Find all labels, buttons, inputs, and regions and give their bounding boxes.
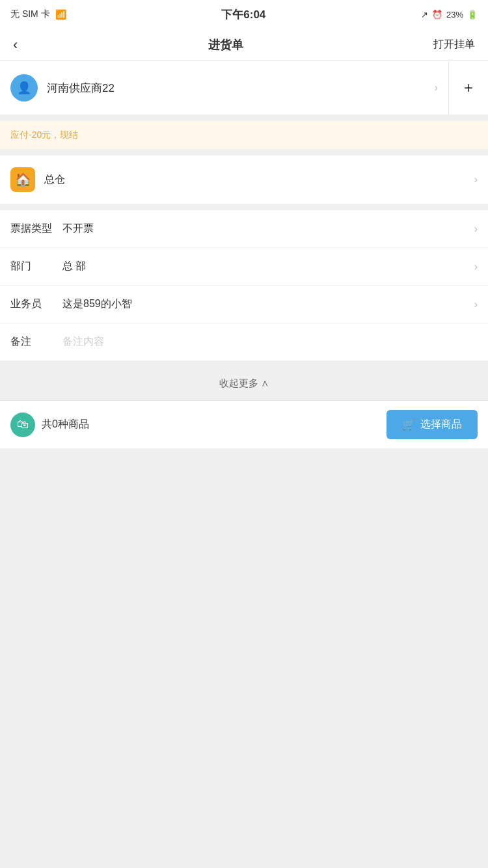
chevron-right-icon: › — [435, 82, 438, 94]
product-bag-icon: 🛍 — [17, 418, 29, 431]
add-supplier-button[interactable]: + — [449, 61, 488, 115]
alert-text: 应付-20元，现结 — [10, 129, 78, 140]
select-product-icon: 🛒 — [402, 418, 415, 431]
page-title: 进货单 — [208, 37, 243, 53]
warehouse-section: 🏠 总仓 › — [0, 156, 488, 204]
alert-banner: 应付-20元，现结 — [0, 121, 488, 149]
main-content: 👤 河南供应商22 › + 应付-20元，现结 🏠 总仓 › 票据类型 不开票 … — [0, 61, 488, 644]
back-button[interactable]: ‹ — [13, 36, 18, 53]
status-left: 无 SIM 卡 📶 — [10, 8, 66, 20]
department-value: 总 部 — [62, 260, 474, 273]
salesperson-label: 业务员 — [10, 297, 62, 311]
battery-label: 23% — [446, 10, 463, 20]
select-product-button[interactable]: 🛒 选择商品 — [386, 410, 478, 439]
product-summary: 🛍 共0种商品 — [10, 413, 376, 437]
invoice-type-value: 不开票 — [62, 222, 474, 236]
warehouse-icon-container: 🏠 — [10, 167, 35, 192]
status-time: 下午6:04 — [221, 7, 265, 22]
remark-label: 备注 — [10, 335, 62, 349]
department-row[interactable]: 部门 总 部 › — [0, 248, 488, 286]
avatar-icon: 👤 — [17, 81, 31, 95]
department-chevron-icon: › — [474, 261, 478, 273]
select-product-label: 选择商品 — [420, 418, 462, 431]
wifi-icon: 📶 — [55, 9, 66, 20]
collapse-label: 收起更多 ∧ — [219, 377, 269, 390]
warehouse-selector[interactable]: 🏠 总仓 › — [0, 156, 488, 204]
product-count-label: 共0种商品 — [42, 418, 89, 431]
invoice-type-chevron-icon: › — [474, 223, 478, 235]
supplier-name: 河南供应商22 — [47, 81, 435, 96]
bottom-bar: 🛍 共0种商品 🛒 选择商品 — [0, 400, 488, 448]
status-right: ↗ ⏰ 23% 🔋 — [421, 10, 478, 20]
plus-icon: + — [464, 79, 473, 97]
alarm-icon: ⏰ — [432, 10, 442, 20]
collapse-section[interactable]: 收起更多 ∧ — [0, 367, 488, 400]
invoice-type-label: 票据类型 — [10, 222, 62, 236]
battery-icon: 🔋 — [467, 10, 478, 20]
product-icon-container: 🛍 — [10, 413, 35, 437]
carrier-label: 无 SIM 卡 — [10, 8, 50, 20]
invoice-type-row[interactable]: 票据类型 不开票 › — [0, 210, 488, 248]
salesperson-value: 这是859的小智 — [62, 297, 474, 311]
department-label: 部门 — [10, 260, 62, 273]
open-pending-button[interactable]: 打开挂单 — [433, 38, 475, 51]
warehouse-label: 总仓 — [44, 173, 474, 187]
remark-row[interactable]: 备注 备注内容 — [0, 323, 488, 360]
nav-bar: ‹ 进货单 打开挂单 — [0, 29, 488, 61]
salesperson-row[interactable]: 业务员 这是859的小智 › — [0, 286, 488, 323]
form-section: 票据类型 不开票 › 部门 总 部 › 业务员 这是859的小智 › 备注 备注… — [0, 210, 488, 360]
supplier-selector[interactable]: 👤 河南供应商22 › — [0, 61, 449, 115]
location-icon: ↗ — [421, 10, 428, 20]
warehouse-chevron-icon: › — [474, 174, 478, 185]
warehouse-icon: 🏠 — [15, 172, 31, 187]
status-bar: 无 SIM 卡 📶 下午6:04 ↗ ⏰ 23% 🔋 — [0, 0, 488, 29]
remark-input[interactable]: 备注内容 — [62, 335, 478, 349]
empty-space — [0, 448, 488, 644]
supplier-section: 👤 河南供应商22 › + — [0, 61, 488, 115]
supplier-avatar: 👤 — [10, 74, 38, 102]
salesperson-chevron-icon: › — [474, 299, 478, 310]
